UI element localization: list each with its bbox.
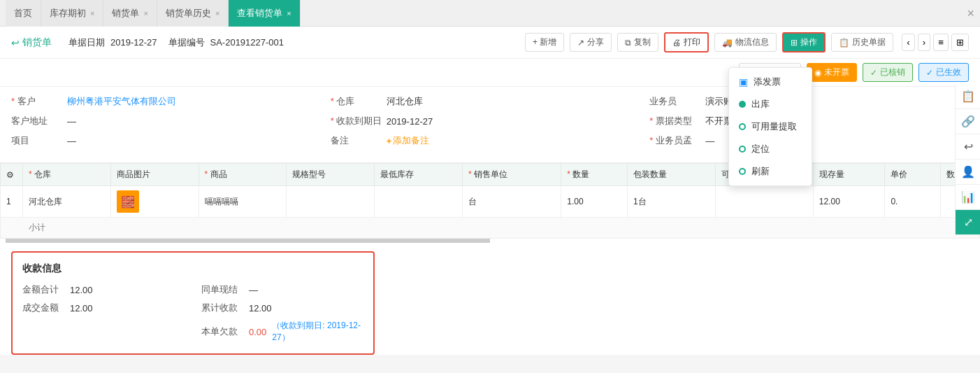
- ticket-type-label: 票据类型: [649, 115, 705, 127]
- th-quantity: * 数量: [561, 164, 628, 186]
- table-row: 1 河北仓库 🧱 嗝嗝嗝嗝 台 1.00 1台 12.00 0.: [1, 186, 980, 218]
- tab-inventory-close[interactable]: ×: [90, 9, 94, 17]
- copy-icon: ⧉: [625, 38, 631, 48]
- th-warehouse: * 仓库: [23, 164, 111, 186]
- available-label: 可用量提取: [751, 120, 797, 133]
- done2-button[interactable]: ✓ 已生效: [918, 63, 969, 82]
- dropdown-available[interactable]: 可用量提取: [729, 115, 812, 138]
- history-button[interactable]: 📋 历史单据: [831, 33, 893, 52]
- app-container: 首页 库存期初 × 销货单 × 销货单历史 × 查看销货单 × × ↩ 销货单: [0, 0, 980, 355]
- tab-sales[interactable]: 销货单 ×: [103, 0, 157, 27]
- tab-home-label: 首页: [14, 7, 32, 20]
- available-icon: [739, 121, 746, 132]
- th-spec: 规格型号: [287, 164, 375, 186]
- logistics-button[interactable]: 🚚 物流信息: [714, 33, 777, 52]
- address-field: 客户地址 —: [11, 115, 331, 127]
- project-value: —: [67, 136, 331, 146]
- salesperson-label: 业务员: [649, 95, 705, 108]
- form-section: 客户 柳州粤港平安气体有限公司 仓库 河北仓库 业务员 演示账号 客户地址 —: [0, 87, 980, 163]
- owed-value: 0.00: [249, 327, 266, 337]
- tab-sales-close[interactable]: ×: [143, 9, 147, 17]
- doc-header: ↩ 销货单 单据日期 2019-12-27 单据编号 SA-20191227-0…: [0, 27, 980, 59]
- customer-value[interactable]: 柳州粤港平安气体有限公司: [67, 95, 331, 108]
- scroll-indicator: [6, 239, 974, 243]
- tab-inventory[interactable]: 库存期初 ×: [41, 0, 103, 27]
- sidebar-icon-5[interactable]: 📊: [956, 185, 980, 210]
- total-value: 12.00: [70, 285, 93, 295]
- warehouse-value: 河北仓库: [387, 95, 650, 108]
- table-header-row: ⚙ * 仓库 商品图片 * 商品 规格型号 最低库存 * 销售单位 * 数量 包…: [1, 164, 980, 186]
- sidebar-icon-1[interactable]: 📋: [956, 84, 980, 109]
- warehouse-label: 仓库: [331, 95, 387, 108]
- done1-button[interactable]: ✓ 已核销: [863, 63, 913, 82]
- tab-view-sales[interactable]: 查看销货单 ×: [229, 0, 300, 27]
- operation-button[interactable]: ⊞ 操作: [782, 32, 826, 52]
- dropdown-outbound[interactable]: 出库: [729, 93, 812, 115]
- tab-view-sales-close[interactable]: ×: [287, 9, 291, 17]
- prev-button[interactable]: ‹: [902, 34, 914, 51]
- customer-label: 客户: [11, 95, 67, 108]
- subtotal-label: 小计: [1, 218, 980, 239]
- doc-meta: 单据日期 2019-12-27 单据编号 SA-20191227-001: [69, 36, 525, 49]
- refresh-icon: [739, 166, 746, 177]
- note-label: 备注: [331, 134, 387, 147]
- cell-product: 嗝嗝嗝嗝: [199, 186, 287, 218]
- view-icons: ‹ › ≡ ⊞: [902, 34, 969, 51]
- product-image: 🧱: [117, 190, 139, 213]
- outbound-label: 出库: [751, 98, 770, 111]
- print-button[interactable]: 🖨 打印: [664, 32, 709, 52]
- cell-product-img: 🧱: [110, 186, 199, 218]
- payment-row-spacer: [22, 320, 185, 344]
- th-current-stock: 现存量: [813, 164, 885, 186]
- cell-current-stock: 12.00: [813, 186, 885, 218]
- settlement-value: —: [249, 285, 258, 295]
- tab-history-close[interactable]: ×: [215, 9, 219, 17]
- cell-sales-unit: 台: [462, 186, 561, 218]
- salesperson2-label: 业务员孟: [649, 134, 705, 147]
- copy-button[interactable]: ⧉ 复制: [617, 33, 658, 52]
- doc-title: ↩ 销货单: [11, 36, 52, 49]
- received-label: 累计收款: [201, 302, 243, 314]
- new-button[interactable]: + 新增: [525, 33, 564, 52]
- tab-bar: 首页 库存期初 × 销货单 × 销货单历史 × 查看销货单 × ×: [0, 0, 980, 27]
- sidebar-icon-4[interactable]: 👤: [956, 160, 980, 185]
- list-view-button[interactable]: ≡: [933, 34, 949, 51]
- locate-label: 定位: [751, 143, 770, 155]
- payment-row-deal: 成交金额 12.00: [22, 302, 185, 314]
- dropdown-add-ticket[interactable]: ▣ 添发票: [729, 71, 812, 93]
- received-value: 12.00: [249, 303, 272, 314]
- next-button[interactable]: ›: [918, 34, 930, 51]
- payment-grid: 金额合计 12.00 同单现结 — 成交金额 12.00 累计收款 12.00: [22, 283, 363, 344]
- add-ticket-label: 添发票: [754, 76, 781, 88]
- number-label: 单据编号 SA-20191227-001: [168, 36, 284, 49]
- print-icon: 🖨: [672, 38, 681, 48]
- date-label: 单据日期 2019-12-27: [69, 36, 157, 49]
- sidebar-icon-2[interactable]: 🔗: [956, 109, 980, 134]
- table-section: ⚙ * 仓库 商品图片 * 商品 规格型号 最低库存 * 销售单位 * 数量 包…: [0, 163, 980, 243]
- owed-label: 本单欠款: [201, 325, 243, 338]
- sidebar-icon-3[interactable]: ↩: [956, 134, 980, 160]
- project-label: 项目: [11, 134, 67, 147]
- not-open-button[interactable]: ◉ 未开票: [807, 63, 857, 82]
- locate-icon: [739, 143, 746, 155]
- tab-inventory-label: 库存期初: [50, 7, 86, 20]
- share-button[interactable]: ↗ 分享: [570, 33, 612, 52]
- due-date-value: 2019-12-27: [387, 116, 650, 127]
- grid-view-button[interactable]: ⊞: [951, 34, 969, 51]
- tab-history[interactable]: 销货单历史 ×: [157, 0, 229, 27]
- window-close-button[interactable]: ×: [967, 6, 974, 20]
- cell-min-stock: [375, 186, 463, 218]
- tab-home[interactable]: 首页: [6, 0, 41, 27]
- main-content: ↩ 销货单 单据日期 2019-12-27 单据编号 SA-20191227-0…: [0, 27, 980, 355]
- th-gear: ⚙: [1, 164, 23, 186]
- check2-icon: ✓: [926, 68, 933, 78]
- payment-row-settlement: 同单现结 —: [201, 283, 363, 296]
- add-note-button[interactable]: 添加备注: [387, 134, 430, 147]
- dropdown-locate[interactable]: 定位: [729, 138, 812, 160]
- tab-history-label: 销货单历史: [166, 7, 211, 20]
- th-unit-price: 单价: [885, 164, 940, 186]
- dropdown-refresh[interactable]: 刷新: [729, 160, 812, 183]
- due-date-field: 收款到期日 2019-12-27: [331, 115, 650, 127]
- sub-actions: 📱 来自手机 ◉ 未开票 ✓ 已核销 ✓ 已生效: [0, 59, 980, 87]
- sidebar-icon-6[interactable]: ⤢: [956, 210, 980, 235]
